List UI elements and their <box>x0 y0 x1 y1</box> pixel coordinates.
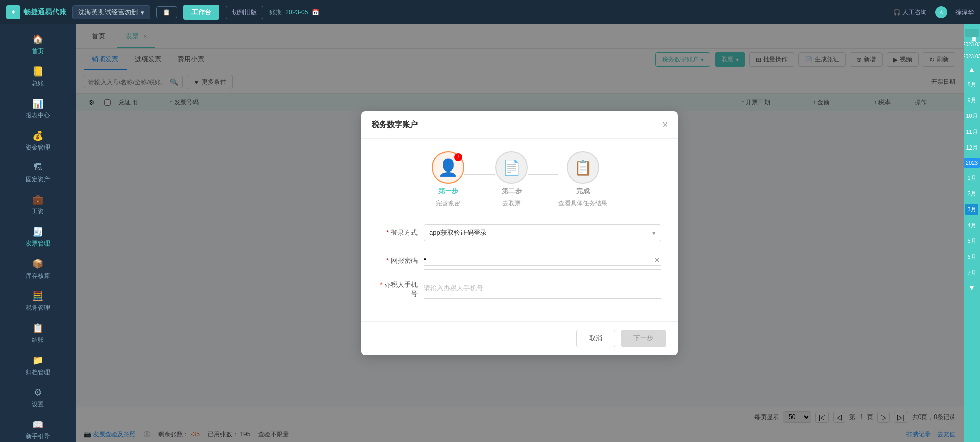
step-1-sublabel: 完善账密 <box>436 199 460 208</box>
step-3-icon: 📋 <box>574 159 592 176</box>
month-4[interactable]: 4月 <box>966 219 977 231</box>
sidebar-item-assets[interactable]: 🏗 固定资产 <box>0 157 76 189</box>
content-area: 首页 发票 × 销项发票 进项发票 费用小票 税务数字账户 ▾ 取票 <box>76 24 964 442</box>
modal-header: 税务数字账户 × <box>361 111 678 139</box>
login-method-select[interactable]: app获取验证码登录 ▾ <box>424 224 662 241</box>
step-2-icon: 📄 <box>503 159 521 176</box>
sidebar-item-invoice[interactable]: 🧾 发票管理 <box>0 221 76 253</box>
month-7[interactable]: 7月 <box>966 267 977 279</box>
step-3: 📋 完成 查看具体任务结果 <box>558 151 607 208</box>
next-button[interactable]: 下一步 <box>621 330 666 347</box>
modal-dialog: 税务数字账户 × 👤 ! <box>361 111 678 355</box>
required-mark-3: * <box>380 281 384 288</box>
modal-footer: 取消 下一步 <box>361 321 678 355</box>
sidebar-item-closing[interactable]: 📋 结账 <box>0 317 76 350</box>
modal-close-button[interactable]: × <box>662 119 668 130</box>
settings-icon: ⚙ <box>34 387 42 398</box>
step-3-sublabel: 查看具体任务结果 <box>558 199 607 208</box>
step-3-icon-wrap: 📋 <box>567 151 599 184</box>
year-2023[interactable]: 2023 <box>964 158 980 168</box>
sidebar-item-inventory[interactable]: 📦 库存核算 <box>0 253 76 285</box>
phone-field <box>424 281 662 299</box>
sidebar-label-closing: 结账 <box>32 336 44 345</box>
scroll-down-icon[interactable]: ▼ <box>965 283 979 293</box>
month-3[interactable]: 3月 <box>965 204 978 215</box>
sidebar-label-invoice: 发票管理 <box>26 239 50 248</box>
sidebar-label-assets: 固定资产 <box>26 175 50 184</box>
step-1: 👤 ! 第一步 完善账密 <box>432 151 464 208</box>
company-selector[interactable]: 沈海英测试经营勿删 ▾ <box>72 5 150 19</box>
copy-company-button[interactable]: 📋 <box>156 6 177 18</box>
phone-control <box>424 281 662 299</box>
app-logo: ✦ 畅捷通易代账 <box>6 5 66 19</box>
payroll-icon: 💼 <box>32 194 43 205</box>
step-1-error-badge: ! <box>454 153 462 161</box>
month-5[interactable]: 5月 <box>966 235 977 247</box>
sidebar-item-home[interactable]: 🏠 首页 <box>0 29 76 61</box>
headset-icon: 🎧 <box>893 9 901 16</box>
sidebar-label-guide: 新手引导 <box>26 432 50 441</box>
top-bar-right: 🎧 人工咨询 人 徐泽华 <box>893 6 974 18</box>
month-6[interactable]: 6月 <box>966 251 977 263</box>
password-field: 👁 <box>424 252 662 270</box>
month-8[interactable]: 8月 <box>966 79 977 90</box>
step-3-label: 完成 <box>576 187 590 196</box>
funds-icon: 💰 <box>32 130 43 141</box>
cancel-button[interactable]: 取消 <box>576 330 615 347</box>
sidebar-item-ledger[interactable]: 📒 总账 <box>0 61 76 93</box>
assets-icon: 🏗 <box>33 162 42 173</box>
tax-icon: 🧮 <box>32 290 43 302</box>
required-mark-2: * <box>386 257 391 264</box>
password-row: * 网报密码 👁 <box>378 252 662 270</box>
sidebar-item-settings[interactable]: ⚙ 设置 <box>0 382 76 414</box>
step-1-label: 第一步 <box>438 187 458 196</box>
eye-toggle-icon[interactable]: 👁 <box>653 256 662 265</box>
step-2-icon-wrap: 📄 <box>495 151 528 184</box>
password-control: 👁 <box>424 252 662 270</box>
top-bar: ✦ 畅捷通易代账 沈海英测试经营勿删 ▾ 📋 工作台 切到旧版 账期 2023-… <box>0 0 980 24</box>
month-2[interactable]: 2月 <box>966 188 977 200</box>
password-input[interactable] <box>424 255 662 266</box>
closing-icon: 📋 <box>32 323 43 334</box>
phone-input[interactable] <box>424 284 662 294</box>
sidebar-item-funds[interactable]: 💰 资金管理 <box>0 125 76 157</box>
sidebar-item-tax[interactable]: 🧮 税务管理 <box>0 285 76 317</box>
sidebar-label-payroll: 工资 <box>32 207 44 216</box>
user-avatar: 人 <box>935 6 947 18</box>
open-date-right-btn[interactable]: 开票日期 <box>965 29 979 37</box>
modal-overlay: 税务数字账户 × 👤 ! <box>76 24 964 442</box>
month-12[interactable]: 12月 <box>965 142 978 154</box>
company-name: 沈海英测试经营勿删 <box>78 8 138 17</box>
switch-old-button[interactable]: 切到旧版 <box>226 6 263 19</box>
workbench-button[interactable]: 工作台 <box>183 5 219 20</box>
sidebar-item-guide[interactable]: 📖 新手引导 <box>0 414 76 442</box>
scroll-up-icon[interactable]: ▲ <box>965 64 979 75</box>
period-label: 账期 2023-05 📅 <box>270 8 320 17</box>
login-method-control: app获取验证码登录 ▾ <box>424 224 662 241</box>
sidebar-label-ledger: 总账 <box>32 79 44 88</box>
month-1[interactable]: 1月 <box>966 172 977 184</box>
month-10[interactable]: 10月 <box>965 110 978 122</box>
period-display-2: 2023.03 <box>962 53 980 60</box>
step-2-label: 第二步 <box>502 187 522 196</box>
sidebar-item-reports[interactable]: 📊 报表中心 <box>0 93 76 125</box>
sidebar-item-payroll[interactable]: 💼 工资 <box>0 189 76 221</box>
calendar-icon[interactable]: 📅 <box>312 9 320 16</box>
step-1-icon-wrap: 👤 ! <box>432 151 464 184</box>
service-label[interactable]: 🎧 人工咨询 <box>893 8 927 17</box>
month-11[interactable]: 11月 <box>965 126 978 138</box>
chevron-down-icon: ▾ <box>141 9 144 16</box>
chevron-down-icon: ▾ <box>652 229 656 237</box>
month-9[interactable]: 9月 <box>966 94 977 106</box>
step-connector-2 <box>528 174 558 175</box>
step-2: 📄 第二步 去取票 <box>495 151 528 208</box>
reports-icon: 📊 <box>32 98 43 109</box>
phone-row: * 办税人手机号 <box>378 280 662 299</box>
ledger-icon: 📒 <box>32 66 43 77</box>
step-connector-1 <box>464 174 495 175</box>
invoice-icon: 🧾 <box>32 226 43 237</box>
sidebar-label-archive: 归档管理 <box>26 368 50 377</box>
sidebar-label-settings: 设置 <box>32 400 44 409</box>
sidebar-item-archive[interactable]: 📁 归档管理 <box>0 350 76 382</box>
sidebar: 🏠 首页 📒 总账 📊 报表中心 💰 资金管理 🏗 固定资产 💼 工资 <box>0 24 76 442</box>
